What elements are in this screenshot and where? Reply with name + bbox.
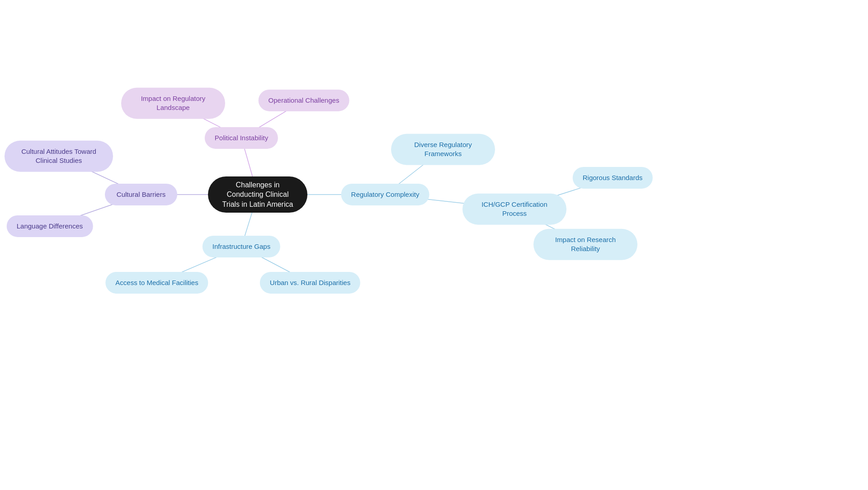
node-impactResearch[interactable]: Impact on Research Reliability [533,229,637,260]
connections-svg [0,0,868,490]
node-regulatoryComplexity[interactable]: Regulatory Complexity [341,184,429,205]
node-ichGcp[interactable]: ICH/GCP Certification Process [462,194,566,225]
node-urbanRural[interactable]: Urban vs. Rural Disparities [260,272,360,294]
node-impactRegulatory[interactable]: Impact on Regulatory Landscape [121,88,225,119]
node-rigorousStandards[interactable]: Rigorous Standards [573,167,653,189]
node-culturalAttitudes[interactable]: Cultural Attitudes Toward Clinical Studi… [5,141,113,172]
mindmap-container: Challenges in Conducting Clinical Trials… [0,0,868,490]
node-operationalChallenges[interactable]: Operational Challenges [259,90,349,111]
node-languageDiff[interactable]: Language Differences [7,215,93,237]
node-infrastructureGaps[interactable]: Infrastructure Gaps [203,236,280,257]
node-diverseFrameworks[interactable]: Diverse Regulatory Frameworks [391,134,495,165]
node-culturalBarriers[interactable]: Cultural Barriers [105,184,177,205]
node-center[interactable]: Challenges in Conducting Clinical Trials… [208,176,307,213]
node-accessMedical[interactable]: Access to Medical Facilities [105,272,208,294]
node-politicalInstability[interactable]: Political Instability [205,127,278,149]
